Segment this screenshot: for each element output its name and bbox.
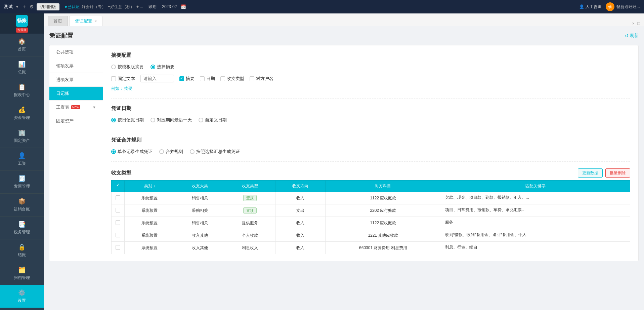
left-nav-fixed-assets[interactable]: 固定资产	[49, 114, 103, 128]
table-row: 系统预置采购相关置顶支出2202 应付账款项目、日常费用、报销款、车费、承兑汇票…	[112, 204, 630, 217]
sidebar-item-payroll[interactable]: 👤 工资	[0, 148, 44, 171]
row-checkbox-1[interactable]	[116, 208, 120, 212]
row-checkbox-0[interactable]	[116, 195, 120, 200]
update-data-button[interactable]: 更新数据	[578, 168, 603, 178]
row-keywords: 欠款、现金、项目款、到款、报销款、汇入、...	[441, 192, 630, 204]
table-row: 系统预置收入其他个人收款收入1221 其他应收款收到*借款、收到*备用金、退回*…	[112, 229, 630, 242]
left-nav-public[interactable]: 公共选项	[49, 45, 103, 59]
tab-voucher-config-label: 凭证配置	[75, 18, 92, 24]
sidebar-item-funds[interactable]: 💰 资金管理	[0, 102, 44, 125]
row-sub-type: 提供服务	[225, 217, 275, 229]
summary-radio-circle-select	[151, 65, 155, 69]
row-main-type: 销售相关	[175, 192, 225, 204]
sidebar-label-assets: 固定资产	[14, 138, 30, 144]
tab-home[interactable]: 首页	[48, 16, 68, 26]
topbar-settings-icon[interactable]: ⚙	[30, 4, 34, 9]
home-icon: 🏠	[18, 38, 26, 45]
new-badge-payroll: NEW	[71, 105, 80, 109]
checkbox-box-fixed-text	[111, 76, 116, 81]
row-sub-type: 置顶	[225, 204, 275, 217]
left-nav: 公共选项 销项发票 进项发票 日记账 工资表 NEW ▼	[49, 45, 103, 261]
sidebar-item-home[interactable]: 🏠 首页	[0, 34, 44, 56]
sidebar-item-reports[interactable]: 📋 报表中心	[0, 79, 44, 102]
sidebar-label-home: 首页	[18, 46, 26, 52]
row-category: 系统预置	[125, 229, 175, 242]
checkbox-box-counterparty	[250, 76, 254, 81]
topbar-arrow[interactable]: ▼	[15, 5, 19, 9]
switch-version-button[interactable]: 切到旧版	[37, 3, 59, 10]
row-main-type: 收入其他	[175, 242, 225, 254]
th-keywords: 匹配关键字	[441, 181, 630, 192]
batch-delete-button[interactable]: 批量删除	[605, 168, 630, 178]
row-checkbox-3[interactable]	[116, 233, 120, 237]
left-nav-sales-invoice[interactable]: 销项发票	[49, 59, 103, 73]
sidebar-item-close[interactable]: 🔒 结账	[0, 239, 44, 262]
refresh-button[interactable]: ↺ 刷新	[625, 33, 639, 39]
tab-voucher-config[interactable]: 凭证配置 ×	[69, 16, 102, 26]
merge-radio-single[interactable]: 单条记录生成凭证	[111, 149, 153, 155]
summary-radio-template[interactable]: 按模板版摘要	[111, 64, 144, 70]
sidebar-item-tax[interactable]: 📑 税务管理	[0, 217, 44, 239]
voucher-date-radio-period-last[interactable]: 对应期间最后一天	[151, 117, 192, 123]
merge-rules-title: 凭证合并规则	[111, 137, 630, 143]
checkbox-date[interactable]: 日期	[200, 76, 215, 82]
table-row: 系统预置收入其他利息收入收入660301 财务费用 利息费用利息、行转、续自	[112, 242, 630, 254]
checkbox-box-summary	[179, 76, 184, 81]
row-direction: 收入	[275, 217, 326, 229]
sidebar-item-guide[interactable]: 📖 新手引导	[0, 308, 44, 310]
sidebar-item-assets[interactable]: 🏢 固定资产	[0, 125, 44, 148]
row-sub-type-tag[interactable]: 置顶	[243, 195, 257, 201]
merge-radio-aggregate[interactable]: 按照选择汇总生成凭证	[190, 149, 240, 155]
row-category: 系统预置	[125, 242, 175, 254]
logo-badge: 专业版	[16, 28, 28, 33]
row-checkbox-cell	[112, 217, 125, 229]
left-nav-purchase-invoice[interactable]: 进项发票	[49, 73, 103, 87]
sidebar-item-settings[interactable]: ⚙️ 设置	[0, 285, 44, 308]
checkbox-box-date	[200, 76, 205, 81]
ledger-icon: 📊	[18, 61, 26, 68]
th-checkbox-box[interactable]	[116, 183, 120, 188]
th-category: 类别 ↓	[125, 181, 175, 192]
row-category: 系统预置	[125, 192, 175, 204]
sidebar-item-archive[interactable]: 🗂️ 归档管理	[0, 262, 44, 285]
user-avatar: 畅	[606, 2, 614, 11]
topbar-company: 测试	[4, 4, 13, 10]
row-sub-type: 置顶	[225, 192, 275, 204]
cert-dot	[65, 6, 67, 8]
row-checkbox-2[interactable]	[116, 220, 120, 225]
voucher-date-radio-circle-period-last	[151, 118, 155, 122]
sidebar-item-inventory[interactable]: 📦 进销台账	[0, 194, 44, 217]
period-calendar-icon[interactable]: 📅	[181, 4, 186, 9]
summary-radio-circle-template	[111, 65, 116, 69]
sidebar-item-invoices[interactable]: 🧾 发票管理	[0, 171, 44, 194]
tab-close-icon[interactable]: ×	[94, 19, 97, 24]
row-account: 660301 财务费用 利息费用	[326, 242, 441, 254]
window-minimize-icon[interactable]: ×	[632, 21, 635, 26]
tab-bar: 首页 凭证配置 × × □	[44, 13, 644, 26]
window-maximize-icon[interactable]: □	[637, 21, 640, 26]
checkbox-summary[interactable]: 摘要	[179, 76, 195, 82]
row-account: 1122 应收账款	[326, 217, 441, 229]
left-nav-diary[interactable]: 日记账	[49, 87, 103, 101]
row-sub-type-tag[interactable]: 置顶	[243, 207, 257, 214]
summary-radio-select[interactable]: 选择摘要	[151, 64, 174, 70]
merge-radio-merge[interactable]: 合并规则	[159, 149, 183, 155]
checkbox-income-type[interactable]: 收支类型	[220, 76, 244, 82]
fixed-text-input[interactable]	[140, 75, 174, 82]
voucher-date-radio-diary[interactable]: 按日记账日期	[111, 117, 144, 123]
left-nav-payroll[interactable]: 工资表 NEW ▼	[49, 101, 103, 114]
row-checkbox-4[interactable]	[116, 245, 120, 250]
service-icon: 👤	[579, 4, 584, 9]
voucher-date-section: 凭证日期 按日记账日期 对应期间最后一天	[111, 105, 630, 123]
service-button[interactable]: 👤 人工咨询	[579, 4, 602, 10]
merge-rules-section: 凭证合并规则 单条记录生成凭证 合并规则	[111, 137, 630, 155]
user-menu[interactable]: 畅 畅捷通旺旺...	[606, 2, 640, 11]
right-pane: 摘要配置 按模板版摘要 选择摘要	[103, 45, 638, 261]
sidebar-item-ledger[interactable]: 📊 总账	[0, 56, 44, 79]
voucher-date-radio-custom[interactable]: 自定义日期	[199, 117, 227, 123]
checkbox-fixed-text[interactable]: 固定文本	[111, 76, 135, 82]
period-label: 账期	[148, 4, 157, 10]
merge-radio-circle-aggregate	[190, 149, 195, 154]
topbar-add[interactable]: ＋	[22, 3, 27, 10]
checkbox-counterparty[interactable]: 对方户名	[250, 76, 273, 82]
